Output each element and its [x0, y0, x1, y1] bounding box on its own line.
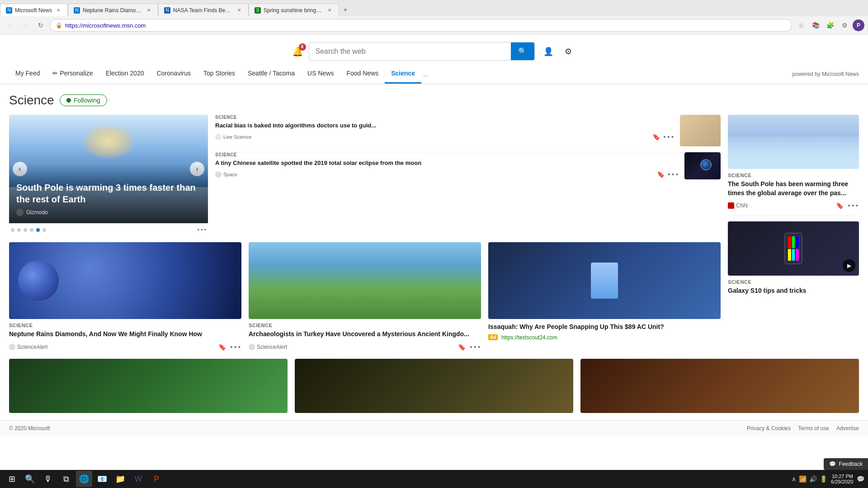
source-icon [728, 202, 734, 209]
card-neptune[interactable]: SCIENCE Neptune Rains Diamonds, And Now … [9, 242, 241, 352]
card-label: SCIENCE [249, 323, 481, 328]
gear-icon: ⚙ [565, 47, 572, 56]
nav-top-stories[interactable]: Top Stories [197, 64, 241, 84]
bookmark-button[interactable]: 🔖 [457, 343, 467, 352]
article-racial-bias[interactable]: SCIENCE Racial bias is baked into algori… [215, 115, 721, 152]
file-explorer-button[interactable]: 📁 [112, 471, 128, 487]
top-search-area: 🔔 6 🔍 👤 ⚙ [0, 35, 868, 64]
collections-icon[interactable]: 📚 [809, 19, 822, 32]
nav-more-button[interactable]: ... [421, 65, 430, 83]
up-arrow-icon[interactable]: ∧ [792, 475, 796, 483]
word-button[interactable]: W [130, 471, 146, 487]
network-icon[interactable]: 📶 [799, 475, 807, 483]
tab-close-2[interactable]: ✕ [145, 7, 152, 14]
article-source: Space [215, 171, 237, 178]
play-icon: ▶ [843, 259, 855, 272]
hero-source-name: Gizmodo [26, 209, 48, 216]
address-box[interactable]: 🔒 https://microsoftnews.msn.com [50, 19, 792, 32]
card-ad[interactable]: Issaquah: Why Are People Snapping Up Thi… [488, 242, 721, 352]
search-button[interactable]: 🔍 [22, 471, 38, 487]
feedback-button[interactable]: 💬 Feedback [824, 458, 868, 470]
source-icon [215, 171, 222, 178]
card-turkey[interactable]: SCIENCE Archaeologists in Turkey Have Un… [249, 242, 481, 352]
privacy-link[interactable]: Privacy & Cookies [747, 425, 791, 432]
article-south-pole-right[interactable]: SCIENCE The South Pole has been warming … [728, 115, 859, 216]
profile-avatar[interactable]: P [853, 19, 864, 31]
search-input[interactable] [309, 43, 511, 60]
article-galaxy-video[interactable]: ▶ SCIENCE Galaxy S10 tips and tricks [728, 221, 859, 296]
task-view-button[interactable]: ⧉ [58, 471, 74, 487]
notification-area[interactable]: 🔔 6 [292, 46, 303, 57]
nav-seattle[interactable]: Seattle / Tacoma [241, 64, 301, 84]
hero-dot-1[interactable] [11, 228, 14, 232]
hero-dot-4[interactable] [30, 228, 33, 232]
taskbar-left: ⊞ 🔍 🎙 ⧉ 🌐 📧 📁 W P [4, 471, 165, 487]
hero-dot-5[interactable] [36, 228, 40, 232]
notification-badge: 6 [299, 43, 306, 51]
address-bar-icons: ☆ 📚 🧩 ⚙ P [795, 19, 864, 32]
bookmark-button[interactable]: 🔖 [835, 201, 844, 210]
favorites-icon[interactable]: ☆ [795, 19, 807, 32]
bookmark-button[interactable]: 🔖 [217, 343, 227, 352]
notification-center-icon[interactable]: 💬 [857, 475, 864, 483]
neptune-image [9, 242, 241, 319]
taskbar-clock[interactable]: 10:27 PM 6/29/2020 [831, 474, 853, 484]
forward-button[interactable]: → [19, 19, 32, 32]
nav-my-feed[interactable]: My Feed [9, 64, 46, 84]
south-pole-image-right [728, 115, 859, 169]
card-label: SCIENCE [9, 323, 241, 328]
tab-spring[interactable]: S Spring sunshine brings butterfl... ✕ [249, 4, 339, 16]
settings-button[interactable]: ⚙ [560, 43, 576, 60]
nav-election[interactable]: Election 2020 [99, 64, 151, 84]
more-button[interactable]: • • • [663, 132, 675, 141]
edge-browser-button[interactable]: 🌐 [76, 471, 92, 487]
nav-science[interactable]: Science [385, 64, 421, 84]
terms-link[interactable]: Terms of use [798, 425, 829, 432]
signin-button[interactable]: 👤 [540, 43, 557, 60]
bookmark-button[interactable]: 🔖 [651, 132, 661, 141]
battery-icon[interactable]: 🔋 [820, 475, 827, 483]
more-button[interactable]: • • • [469, 343, 481, 352]
tab-close-4[interactable]: ✕ [326, 7, 333, 14]
nav-food-news[interactable]: Food News [340, 64, 385, 84]
tab-add-button[interactable]: + [339, 4, 352, 16]
nav-coronavirus[interactable]: Coronavirus [150, 64, 197, 84]
mail-button[interactable]: 📧 [94, 471, 110, 487]
hero-card[interactable]: ‹ › South Pole is warming 3 times faster… [9, 115, 208, 235]
user-icon: 👤 [543, 47, 553, 56]
more-button[interactable]: • • • [847, 201, 859, 210]
article-solar-eclipse[interactable]: SCIENCE A tiny Chinese satellite spotted… [215, 152, 721, 185]
card-bottom-1[interactable] [9, 359, 288, 413]
article-label: SCIENCE [215, 152, 679, 157]
card-bottom-2[interactable] [295, 359, 573, 413]
tab-close-1[interactable]: ✕ [55, 7, 62, 14]
advertise-link[interactable]: Advertise [836, 425, 859, 432]
more-button[interactable]: • • • [230, 343, 241, 352]
tab-close-3[interactable]: ✕ [236, 7, 243, 14]
search-button[interactable]: 🔍 [511, 42, 534, 60]
following-button[interactable]: Following [60, 94, 107, 106]
card-bottom-3[interactable] [580, 359, 859, 413]
nav-us-news[interactable]: US News [301, 64, 340, 84]
settings-icon[interactable]: ⚙ [838, 19, 851, 32]
powerpoint-button[interactable]: P [148, 471, 165, 487]
hero-more-options[interactable]: • • • [198, 227, 206, 233]
more-button[interactable]: • • • [667, 170, 679, 179]
tab-nasa[interactable]: N NASA Team Finds Best Place Fo... ✕ [158, 4, 249, 16]
extensions-icon[interactable]: 🧩 [824, 19, 836, 32]
back-button[interactable]: ← [4, 19, 16, 32]
cortana-button[interactable]: 🎙 [40, 471, 56, 487]
card-title: Galaxy S10 tips and tricks [728, 286, 859, 296]
hero-dot-2[interactable] [17, 228, 21, 232]
nav-personalize[interactable]: ✏ Personalize [46, 64, 99, 84]
hero-dot-3[interactable] [24, 228, 27, 232]
volume-icon[interactable]: 🔊 [809, 475, 817, 483]
tab-microsoft-news[interactable]: N Microsoft News ✕ [0, 4, 68, 16]
tab-neptune[interactable]: N Neptune Rains Diamonds, And... ✕ [68, 4, 158, 16]
tab-favicon-3: N [164, 7, 170, 14]
start-button[interactable]: ⊞ [4, 471, 20, 487]
date-display: 6/29/2020 [831, 479, 853, 484]
hero-dot-6[interactable] [42, 228, 46, 232]
bookmark-button[interactable]: 🔖 [656, 170, 665, 179]
refresh-button[interactable]: ↻ [34, 19, 47, 32]
